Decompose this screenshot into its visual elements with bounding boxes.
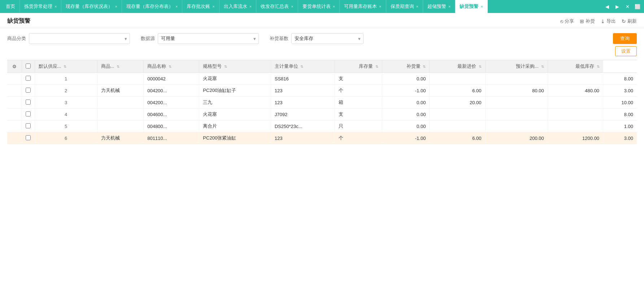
tab-bar: 首页 拣货异常处理 × 现存量（库存状况表） × 现存量（库存分布表） × 库存… (0, 0, 644, 13)
restock-base-select[interactable]: 安全库存 (291, 33, 364, 44)
row-product-name-1: PC200油缸缸子 (199, 85, 271, 97)
tab-receive-summary[interactable]: 收发存汇总表 × (256, 0, 298, 13)
row-min-stock-2: 10.00 (603, 97, 637, 109)
tab-overstock[interactable]: 超储预警 × (423, 0, 455, 13)
tab-close-available-ledger[interactable]: × (379, 4, 381, 9)
tab-available-ledger[interactable]: 可用量库存账本 × (340, 0, 386, 13)
row-num-2: 3 (35, 97, 97, 109)
col-gear: ⚙ (7, 60, 22, 73)
col-header-stock-qty[interactable]: 库存量 ⇅ (335, 60, 382, 73)
tab-demand-stat[interactable]: 要货单统计表 × (298, 0, 340, 13)
row-check-cell-5[interactable] (22, 132, 35, 144)
row-stock-qty-2: 0.00 (382, 97, 430, 109)
row-product-code-5: 801110... (144, 132, 199, 144)
tab-inout-flow[interactable]: 出入库流水 × (219, 0, 256, 13)
row-latest-price-5: 200.00 (485, 132, 548, 144)
col-header-product-code[interactable]: 商品... ⇅ (97, 60, 143, 73)
col-header-estimated-purchase[interactable]: 预计采购... ⇅ (485, 60, 548, 73)
row-estimated-purchase-4 (548, 120, 603, 132)
restock-base-label: 补货基数 (270, 35, 288, 42)
col-header-restock-qty[interactable]: 补货量 ⇅ (382, 60, 430, 73)
row-checkbox-3[interactable] (26, 111, 31, 116)
tab-close-shortage[interactable]: × (480, 4, 483, 9)
row-default-supplier-3 (97, 109, 143, 120)
tab-maximize-button[interactable]: ⬜ (632, 1, 643, 12)
tab-close-demand-stat[interactable]: × (333, 4, 335, 9)
tab-prev-button[interactable]: ◀ (602, 1, 612, 12)
refresh-icon: ↻ (622, 18, 626, 24)
row-latest-price-4 (485, 120, 548, 132)
export-icon: ⤓ (601, 18, 605, 24)
query-button[interactable]: 查询 (613, 33, 637, 44)
row-spec-1: 123 (271, 85, 335, 97)
row-checkbox-0[interactable] (26, 76, 31, 81)
row-restock-qty-1: 6.00 (430, 85, 485, 97)
col-header-product-name[interactable]: 商品名称 ⇅ (144, 60, 199, 73)
row-check-cell-1[interactable] (22, 85, 35, 97)
row-num-4: 5 (35, 120, 97, 132)
row-unit-0: 支 (335, 73, 382, 85)
tab-inventory-status[interactable]: 现存量（库存状况表） × (61, 0, 122, 13)
tab-close-batch-account[interactable]: × (212, 4, 214, 9)
datasource-select-wrapper: 可用量 ▾ (158, 33, 259, 44)
tab-close-expiry-query[interactable]: × (416, 4, 418, 9)
sort-product-name-icon: ⇅ (169, 65, 171, 69)
tab-abnormal[interactable]: 拣货异常处理 × (20, 0, 61, 13)
refresh-button[interactable]: ↻ 刷新 (622, 18, 637, 25)
restock-base-filter-group: 补货基数 安全库存 ▾ (270, 33, 364, 44)
row-product-code-2: 004200... (144, 97, 199, 109)
row-checkbox-5[interactable] (26, 135, 31, 140)
row-gear-4 (7, 120, 22, 132)
table-row: 4 004600... 火花塞 J7092 支 0.00 8.00 (7, 109, 637, 120)
tab-close-inout-flow[interactable]: × (249, 4, 252, 9)
gear-icon[interactable]: ⚙ (12, 64, 17, 69)
row-default-supplier-1: 力天机械 (97, 85, 143, 97)
tab-inventory-dist[interactable]: 现存量（库存分布表） × (122, 0, 182, 13)
row-checkbox-4[interactable] (26, 123, 31, 128)
col-header-min-stock[interactable]: 最低库存 ⇅ (548, 60, 603, 73)
row-product-code-4: 004800... (144, 120, 199, 132)
tab-close-all-button[interactable]: ✕ (622, 1, 632, 12)
tab-close-inventory-status[interactable]: × (115, 4, 117, 9)
col-header-latest-price[interactable]: 最新进价 ⇅ (430, 60, 485, 73)
row-latest-price-0 (485, 73, 548, 85)
row-unit-4: 只 (335, 120, 382, 132)
row-check-cell-0[interactable] (22, 73, 35, 85)
share-button[interactable]: ⎋ 分享 (560, 18, 574, 25)
tab-shortage[interactable]: 缺货预警 × (455, 0, 487, 13)
row-spec-2: 123 (271, 97, 335, 109)
sort-estimated-purchase-icon: ⇅ (541, 65, 544, 69)
settings-button[interactable]: 设置 (615, 46, 637, 56)
tab-home[interactable]: 首页 (1, 0, 20, 13)
tab-next-button[interactable]: ▶ (612, 1, 622, 12)
row-check-cell-4[interactable] (22, 120, 35, 132)
export-button[interactable]: ⤓ 导出 (601, 18, 616, 25)
header-actions: ⎋ 分享 ⊞ 补货 ⤓ 导出 ↻ 刷新 (560, 18, 637, 25)
tab-close-inventory-dist[interactable]: × (175, 4, 178, 9)
restock-button[interactable]: ⊞ 补货 (580, 18, 595, 25)
select-all-checkbox[interactable] (26, 63, 31, 69)
tab-batch-account[interactable]: 库存批次账 × (182, 0, 219, 13)
col-header-spec[interactable]: 规格型号 ⇅ (199, 60, 271, 73)
data-table: ⚙ 默认供应... ⇅ 商品... ⇅ 商品名称 ⇅ (7, 60, 637, 144)
row-spec-3: J7092 (271, 109, 335, 120)
row-restock-qty-0 (430, 73, 485, 85)
row-checkbox-2[interactable] (26, 100, 31, 105)
row-check-cell-3[interactable] (22, 109, 35, 120)
row-checkbox-1[interactable] (26, 88, 31, 93)
row-gear-1 (7, 85, 22, 97)
tab-expiry-query[interactable]: 保质期查询 × (386, 0, 423, 13)
row-default-supplier-0 (97, 73, 143, 85)
row-check-cell-2[interactable] (22, 97, 35, 109)
tab-close-abnormal[interactable]: × (55, 4, 57, 9)
col-header-unit[interactable]: 主计量单位 ⇅ (271, 60, 335, 73)
datasource-select[interactable]: 可用量 (158, 33, 259, 44)
tab-close-receive-summary[interactable]: × (291, 4, 293, 9)
page-title: 缺货预警 (7, 17, 30, 25)
tab-close-overstock[interactable]: × (448, 4, 451, 9)
category-select[interactable] (29, 33, 130, 44)
restock-base-select-wrapper: 安全库存 ▾ (291, 33, 364, 44)
share-icon: ⎋ (560, 18, 563, 24)
col-header-default-supplier[interactable]: 默认供应... ⇅ (35, 60, 97, 73)
row-gear-5 (7, 132, 22, 144)
